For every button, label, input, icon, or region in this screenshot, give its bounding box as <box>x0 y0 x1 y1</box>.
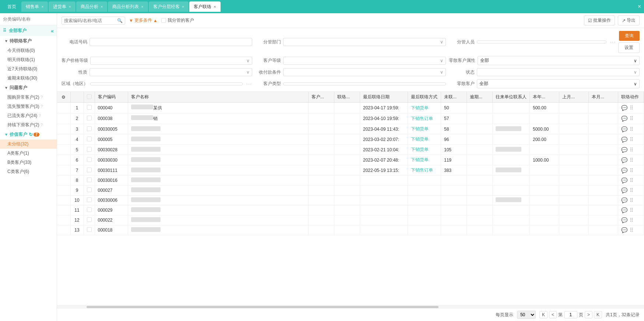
customer-level-select[interactable]: ∨ <box>283 57 446 65</box>
th-code[interactable]: 客户编码 <box>95 92 128 103</box>
sidebar-item-hoarding-abnormal[interactable]: 囤购异常客户(2) ? <box>0 93 57 102</box>
th-no-contact[interactable]: 未联... <box>441 92 467 103</box>
manager-dots[interactable]: ··· <box>610 39 616 45</box>
grid-icon[interactable]: ⠿ <box>630 217 633 223</box>
my-customers-checkbox[interactable] <box>161 18 166 23</box>
chat-icon[interactable]: 💬 <box>621 105 627 111</box>
batch-ops-btn[interactable]: ☑ 批量操作 <box>584 15 615 25</box>
sidebar-item-class-b[interactable]: B类客户(33) <box>0 158 57 167</box>
more-conditions-btn[interactable]: ▼ 更多条件 ▲ <box>129 17 158 24</box>
manager-select[interactable] <box>477 40 606 43</box>
tab-customer-contact[interactable]: 客户联络 × <box>189 1 220 12</box>
search-input[interactable] <box>64 18 116 23</box>
td-check[interactable] <box>84 165 95 176</box>
sidebar-group-score[interactable]: ▼ 价值客户 ↻ 7 <box>0 130 57 140</box>
nature-select[interactable]: ∨ <box>89 68 252 76</box>
row-checkbox[interactable] <box>87 217 92 222</box>
th-this-year[interactable]: 本年... <box>530 92 559 103</box>
dept-select[interactable]: ∨ <box>283 38 446 46</box>
tab-customer-contact-close[interactable]: × <box>214 4 216 9</box>
sidebar-item-overdue-pending[interactable]: 逾期未联络(30) <box>0 74 57 83</box>
row-checkbox[interactable] <box>87 116 92 120</box>
chat-icon[interactable]: 💬 <box>621 217 627 223</box>
grid-icon[interactable]: ⠿ <box>630 116 633 121</box>
th-overdue[interactable]: 逾期... <box>467 92 493 103</box>
sidebar-item-tomorrow-pending[interactable]: 明天待联络(1) <box>0 55 57 64</box>
last-page-btn[interactable]: K <box>594 311 602 318</box>
sidebar-search-input[interactable] <box>3 17 57 22</box>
horizontal-scrollbar[interactable] <box>57 305 644 308</box>
last-way-link[interactable]: 下销货单 <box>411 105 429 110</box>
chat-icon[interactable]: 💬 <box>621 207 627 213</box>
row-checkbox[interactable] <box>87 227 92 232</box>
status-select[interactable]: ∨ <box>477 68 640 76</box>
sidebar-item-loss-warning[interactable]: 流失预警客户(3) ? <box>0 102 57 111</box>
last-way-link[interactable]: 下销售订单 <box>411 116 433 121</box>
sidebar-item-class-c[interactable]: C类客户(6) <box>0 167 57 176</box>
chat-icon[interactable]: 💬 <box>621 197 627 203</box>
page-size-select[interactable]: 50 100 200 <box>517 311 536 319</box>
page-number-input[interactable] <box>564 311 577 318</box>
last-way-link[interactable]: 下销货单 <box>411 137 429 142</box>
last-way-link[interactable]: 下销售订单 <box>411 167 433 173</box>
chat-icon[interactable]: 💬 <box>621 177 627 183</box>
td-check[interactable] <box>84 225 95 235</box>
td-check[interactable] <box>84 205 95 215</box>
th-settings[interactable]: ⚙ <box>57 92 70 103</box>
row-checkbox[interactable] <box>87 126 92 131</box>
th-this-month[interactable]: 本月... <box>589 92 618 103</box>
chat-icon[interactable]: 💬 <box>621 126 627 132</box>
th-last-month[interactable]: 上月... <box>559 92 589 103</box>
chat-icon[interactable]: 💬 <box>621 167 627 173</box>
sidebar-group-problem[interactable]: ▼ 问题客户 <box>0 83 57 93</box>
region-dots[interactable]: ··· <box>246 81 252 87</box>
scroll-thumb[interactable] <box>87 306 439 308</box>
chat-icon[interactable]: 💬 <box>621 116 627 121</box>
th-check[interactable] <box>84 92 95 103</box>
td-check[interactable] <box>84 103 95 113</box>
th-type[interactable]: 客户... <box>309 92 334 103</box>
first-page-btn[interactable]: K <box>539 311 548 318</box>
sidebar-item-unclassified[interactable]: 未分组(32) <box>0 140 57 149</box>
next-page-btn[interactable]: > <box>585 311 592 318</box>
chat-icon[interactable]: 💬 <box>621 187 627 193</box>
window-close-button[interactable]: × <box>638 3 641 10</box>
tab-purchase-close[interactable]: × <box>68 4 71 9</box>
td-check[interactable] <box>84 124 95 134</box>
sidebar-item-class-a[interactable]: A类客户(1) <box>0 149 57 158</box>
row-checkbox[interactable] <box>87 207 92 212</box>
grid-icon[interactable]: ⠿ <box>630 207 633 213</box>
tab-goods-analysis-close[interactable]: × <box>101 4 103 9</box>
chat-icon[interactable]: 💬 <box>621 227 627 233</box>
tab-goods-analysis-list[interactable]: 商品分析列表 × <box>108 1 148 12</box>
grid-icon[interactable]: ⠿ <box>630 105 633 111</box>
sidebar-collapse-btn[interactable]: « <box>51 28 54 34</box>
grid-icon[interactable]: ⠿ <box>630 157 633 163</box>
grid-icon[interactable]: ⠿ <box>630 126 633 132</box>
chat-icon[interactable]: 💬 <box>621 157 627 163</box>
row-checkbox[interactable] <box>87 105 92 110</box>
grid-icon[interactable]: ⠿ <box>630 167 633 173</box>
tab-goods-analysis-list-close[interactable]: × <box>141 4 143 9</box>
row-checkbox[interactable] <box>87 137 92 141</box>
sidebar-item-declining[interactable]: 持续下滑客户(2) ? <box>0 120 57 130</box>
row-checkbox[interactable] <box>87 147 92 152</box>
row-checkbox[interactable] <box>87 187 92 192</box>
price-level-select[interactable]: ∨ <box>90 57 252 65</box>
tab-sales-close[interactable]: × <box>41 4 43 9</box>
grid-icon[interactable]: ⠿ <box>630 177 633 183</box>
chat-icon[interactable]: 💬 <box>621 147 627 153</box>
grid-icon[interactable]: ⠿ <box>630 187 633 193</box>
td-check[interactable] <box>84 176 95 186</box>
td-check[interactable] <box>84 155 95 165</box>
td-check[interactable] <box>84 186 95 195</box>
tab-purchase[interactable]: 进货单 × <box>49 1 75 12</box>
row-checkbox[interactable] <box>87 157 92 162</box>
last-way-link[interactable]: 下销货单 <box>411 147 429 152</box>
td-check[interactable] <box>84 134 95 145</box>
reset-btn[interactable]: 设置 <box>618 42 640 53</box>
tab-home[interactable]: 首页 <box>3 1 21 12</box>
row-checkbox[interactable] <box>87 197 92 202</box>
phone-input[interactable] <box>89 38 252 46</box>
retail-customer-select[interactable]: 全部 ∨ <box>477 79 640 88</box>
